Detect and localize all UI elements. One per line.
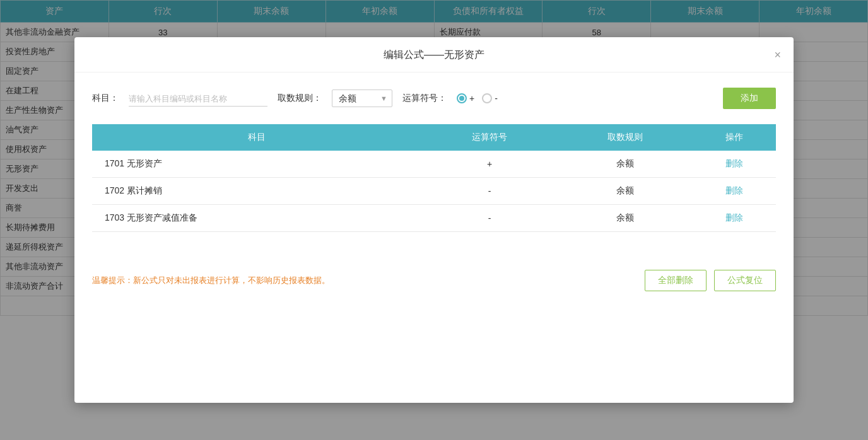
- formula-rule: 余额: [558, 178, 693, 205]
- edit-formula-modal: 编辑公式——无形资产 × 科目： 取数规则： 余额 借方 贷方 借方累计 贷方累…: [74, 37, 794, 403]
- formula-row: 1701 无形资产 + 余额 删除: [92, 151, 776, 178]
- delete-link[interactable]: 删除: [725, 185, 743, 195]
- formula-action[interactable]: 删除: [693, 205, 776, 232]
- modal-footer: 温馨提示：新公式只对未出报表进行计算，不影响历史报表数据。 全部删除 公式复位: [74, 260, 794, 301]
- formula-operator: -: [422, 205, 558, 232]
- formula-table: 科目 运算符号 取数规则 操作 1701 无形资产 + 余额 删除 1702 累…: [92, 124, 776, 232]
- modal-title: 编辑公式——无形资产: [384, 49, 484, 62]
- formula-operator: +: [422, 151, 558, 178]
- formula-action[interactable]: 删除: [693, 151, 776, 178]
- formula-rule: 余额: [558, 205, 693, 232]
- delete-link[interactable]: 删除: [725, 212, 743, 223]
- formula-row: 1702 累计摊销 - 余额 删除: [92, 178, 776, 205]
- rule-select-wrapper: 余额 借方 贷方 借方累计 贷方累计 ▼: [332, 90, 392, 107]
- reset-formula-button[interactable]: 公式复位: [714, 270, 776, 291]
- table-header-row: 科目 运算符号 取数规则 操作: [92, 124, 776, 151]
- th-rule: 取数规则: [558, 124, 693, 151]
- subject-input[interactable]: [129, 91, 267, 107]
- radio-minus-label: -: [495, 93, 498, 103]
- rule-label: 取数规则：: [278, 93, 322, 104]
- radio-minus[interactable]: -: [482, 93, 498, 103]
- th-operator: 运算符号: [422, 124, 558, 151]
- th-action: 操作: [693, 124, 776, 151]
- operator-label: 运算符号：: [402, 93, 447, 104]
- add-button[interactable]: 添加: [723, 88, 776, 109]
- delete-all-button[interactable]: 全部删除: [645, 270, 707, 291]
- th-subject: 科目: [92, 124, 422, 151]
- footer-buttons: 全部删除 公式复位: [645, 270, 776, 291]
- delete-link[interactable]: 删除: [725, 158, 743, 168]
- formula-operator: -: [422, 178, 558, 205]
- modal-body: 科目： 取数规则： 余额 借方 贷方 借方累计 贷方累计 ▼ 运算符号： +: [74, 72, 794, 247]
- formula-subject: 1703 无形资产减值准备: [92, 205, 422, 232]
- formula-action[interactable]: 删除: [693, 178, 776, 205]
- formula-row: 1703 无形资产减值准备 - 余额 删除: [92, 205, 776, 232]
- formula-form-row: 科目： 取数规则： 余额 借方 贷方 借方累计 贷方累计 ▼ 运算符号： +: [92, 88, 776, 109]
- radio-plus[interactable]: +: [457, 93, 474, 103]
- formula-rule: 余额: [558, 151, 693, 178]
- radio-plus-circle: [457, 93, 467, 103]
- close-icon[interactable]: ×: [774, 49, 781, 61]
- subject-label: 科目：: [92, 93, 119, 104]
- operator-radio-group: + -: [457, 93, 498, 103]
- formula-subject: 1702 累计摊销: [92, 178, 422, 205]
- radio-plus-label: +: [469, 93, 474, 103]
- rule-select[interactable]: 余额 借方 贷方 借方累计 贷方累计: [332, 90, 392, 107]
- hint-text: 温馨提示：新公式只对未出报表进行计算，不影响历史报表数据。: [92, 275, 330, 286]
- formula-subject: 1701 无形资产: [92, 151, 422, 178]
- radio-minus-circle: [482, 93, 492, 103]
- modal-header: 编辑公式——无形资产 ×: [74, 37, 794, 72]
